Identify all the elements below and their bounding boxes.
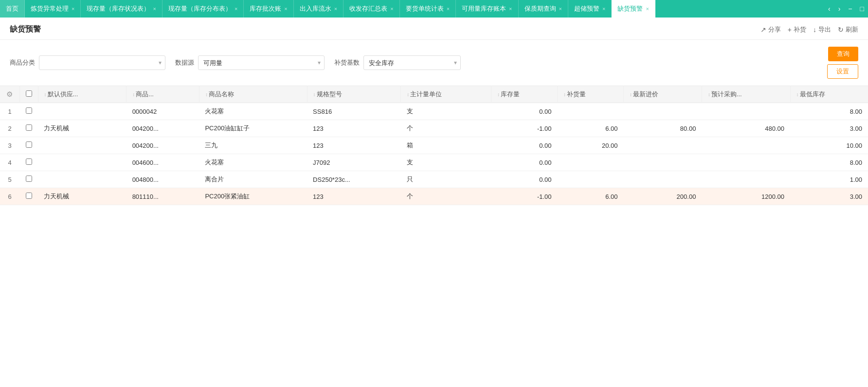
category-select[interactable]	[39, 55, 165, 70]
col-product-name-header[interactable]: ↕商品名称	[199, 86, 307, 103]
tab-item-proc-exception[interactable]: 炼货异常处理×	[25, 0, 81, 18]
settings-button[interactable]: 设置	[827, 64, 858, 79]
tab-item-inout-flow[interactable]: 出入库流水×	[294, 0, 344, 18]
tab-item-inventory-dist[interactable]: 现存量（库存分布表）×	[163, 0, 244, 18]
table-wrapper: ⚙ ↕默认供应... ↕商品... ↕商品名称 ↕规格型号 ↕主计量单位 ↕库存…	[0, 86, 868, 205]
page-title: 缺货预警	[10, 24, 41, 35]
table-body: 10000042火花塞SS816支0.008.002力天机械004200...P…	[0, 103, 868, 205]
tab-item-batch-account[interactable]: 库存批次账×	[244, 0, 293, 18]
tab-item-avail-ledger[interactable]: 可用量库存账本×	[456, 0, 518, 18]
row-checkbox-3[interactable]	[26, 158, 32, 165]
col-latest-price-header[interactable]: ↕最新进价	[624, 86, 702, 103]
tab-close-recv-summary[interactable]: ×	[390, 6, 393, 12]
col-supplier: 力天机械	[38, 120, 127, 137]
col-est-purchase-header[interactable]: ↕预计采购...	[702, 86, 790, 103]
tab-item-shortage[interactable]: 缺货预警×	[612, 0, 655, 18]
col-unit: 支	[401, 154, 491, 171]
col-product-id-header[interactable]: ↕商品...	[127, 86, 199, 103]
share-icon: ↗	[760, 26, 766, 34]
col-replenish-qty-header[interactable]: ↕补货量	[558, 86, 624, 103]
replenish-label: 补货	[794, 25, 806, 34]
sort-unit-icon: ↕	[407, 92, 409, 97]
col-stock: 0.00	[491, 103, 558, 120]
tab-bar: 首页炼货异常处理×现存量（库存状况表）×现存量（库存分布表）×库存批次账×出入库…	[0, 0, 868, 18]
col-min-stock-header[interactable]: ↕最低库存	[790, 86, 868, 103]
row-checkbox-0[interactable]	[26, 107, 32, 114]
col-product-id: 004200...	[127, 137, 199, 154]
row-checkbox-1[interactable]	[26, 124, 32, 131]
tab-item-expiry-query[interactable]: 保质期查询×	[519, 0, 568, 18]
col-supplier-header[interactable]: ↕默认供应...	[38, 86, 127, 103]
tab-close-inventory-dist[interactable]: ×	[235, 6, 237, 12]
col-min-stock: 8.00	[790, 103, 868, 120]
col-latest-price: 80.00	[624, 120, 702, 137]
query-button[interactable]: 查询	[828, 47, 858, 61]
col-product-name: 火花塞	[199, 103, 307, 120]
row-checkbox-4[interactable]	[26, 176, 32, 182]
table-row: 2力天机械004200...PC200油缸缸子123个-1.006.0080.0…	[0, 120, 868, 137]
replenish-base-select[interactable]: 安全库存 最低库存	[363, 55, 461, 70]
select-all-checkbox[interactable]	[26, 90, 32, 97]
col-replenish-qty: 6.00	[558, 188, 624, 205]
col-spec: SS816	[307, 103, 401, 120]
data-table: ⚙ ↕默认供应... ↕商品... ↕商品名称 ↕规格型号 ↕主计量单位 ↕库存…	[0, 86, 868, 205]
tab-label-avail-ledger: 可用量库存账本	[462, 4, 506, 13]
col-checkbox	[19, 171, 38, 188]
tab-scroll-right[interactable]: ›	[834, 0, 845, 18]
tab-item-home[interactable]: 首页	[0, 0, 25, 18]
col-spec-header[interactable]: ↕规格型号	[307, 86, 401, 103]
tab-close-expiry-query[interactable]: ×	[559, 6, 562, 12]
tab-minimize[interactable]: −	[844, 0, 856, 18]
sort-supplier-icon: ↕	[44, 92, 47, 97]
col-product-name: 离合片	[199, 171, 307, 188]
tab-item-order-stats[interactable]: 要货单统计表×	[400, 0, 456, 18]
col-checkbox-header	[19, 86, 38, 103]
tab-close-avail-ledger[interactable]: ×	[509, 6, 512, 12]
refresh-button[interactable]: ↻ 刷新	[838, 25, 858, 34]
tab-close-shortage[interactable]: ×	[646, 6, 649, 12]
col-replenish-qty: 6.00	[558, 120, 624, 137]
export-button[interactable]: ↓ 导出	[813, 25, 831, 34]
tab-item-recv-summary[interactable]: 收发存汇总表×	[344, 0, 399, 18]
tab-close-batch-account[interactable]: ×	[284, 6, 287, 12]
datasource-select[interactable]: 可用量 库存量	[198, 55, 325, 70]
col-stock-header[interactable]: ↕库存量	[491, 86, 558, 103]
replenish-base-select-wrapper: 安全库存 最低库存	[363, 55, 461, 70]
row-checkbox-5[interactable]	[26, 193, 32, 199]
col-min-stock: 8.00	[790, 154, 868, 171]
tab-item-overstock[interactable]: 超储预警×	[568, 0, 612, 18]
filter-bar-right: 查询 设置	[827, 47, 858, 79]
export-icon: ↓	[813, 26, 816, 34]
row-checkbox-2[interactable]	[26, 141, 32, 148]
tab-close-inout-flow[interactable]: ×	[334, 6, 337, 12]
sort-stock-icon: ↕	[497, 92, 500, 97]
col-unit-header[interactable]: ↕主计量单位	[401, 86, 491, 103]
tab-label-inout-flow: 出入库流水	[300, 4, 331, 13]
tab-close-proc-exception[interactable]: ×	[72, 6, 74, 12]
tab-scroll-left[interactable]: ‹	[824, 0, 834, 18]
col-est-purchase	[702, 137, 790, 154]
replenish-base-filter-group: 补货基数 安全库存 最低库存	[334, 55, 461, 70]
settings-icon[interactable]: ⚙	[6, 90, 13, 98]
sort-product-id-icon: ↕	[132, 92, 135, 97]
col-min-stock: 1.00	[790, 171, 868, 188]
col-checkbox	[19, 188, 38, 205]
datasource-label: 数据源	[175, 58, 194, 67]
tab-item-inventory-status[interactable]: 现存量（库存状况表）×	[81, 0, 162, 18]
tab-close-inventory-status[interactable]: ×	[153, 6, 156, 12]
tab-close-order-stats[interactable]: ×	[447, 6, 450, 12]
col-latest-price	[624, 137, 702, 154]
tab-close-overstock[interactable]: ×	[602, 6, 605, 12]
tab-fullscreen[interactable]: □	[856, 0, 868, 18]
tab-label-overstock: 超储预警	[574, 4, 599, 13]
share-button[interactable]: ↗ 分享	[760, 25, 781, 34]
replenish-button[interactable]: + 补货	[788, 25, 806, 34]
col-spec: 123	[307, 120, 401, 137]
col-product-name: 三九	[199, 137, 307, 154]
refresh-label: 刷新	[846, 25, 858, 34]
col-product-name: 火花塞	[199, 154, 307, 171]
col-unit: 个	[401, 120, 491, 137]
tab-label-shortage: 缺货预警	[617, 4, 643, 13]
tab-label-inventory-status: 现存量（库存状况表）	[87, 4, 150, 13]
col-num: 3	[0, 137, 19, 154]
